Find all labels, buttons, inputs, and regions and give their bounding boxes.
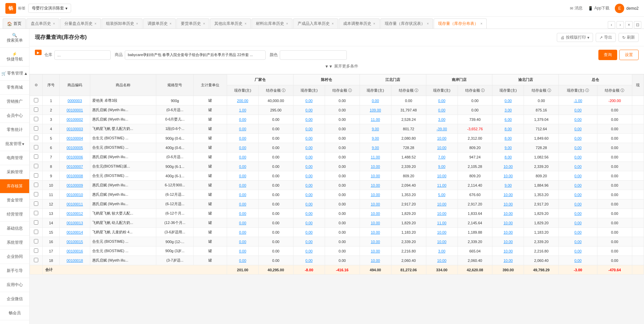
row-checkbox[interactable]	[30, 96, 43, 105]
sidebar-item-collab[interactable]: 企业协同	[0, 250, 29, 264]
chenma-stock-link[interactable]: 0.00	[306, 240, 313, 244]
total-stock-link[interactable]: -1.00	[574, 99, 582, 103]
close-icon[interactable]: ×	[373, 22, 375, 26]
jiangbei-stock-link[interactable]: 0.00	[372, 99, 379, 103]
row-checkbox[interactable]	[30, 152, 43, 162]
product-code-link[interactable]: 00100008	[66, 174, 83, 178]
yuibei-stock-link[interactable]: 8.00	[504, 127, 512, 131]
row-select[interactable]	[34, 117, 38, 121]
total-stock-link[interactable]: 0.00	[574, 165, 581, 169]
row-checkbox[interactable]	[30, 143, 43, 152]
factory-stock-link[interactable]: 0.00	[239, 118, 246, 122]
row-select[interactable]	[34, 136, 38, 140]
chenma-stock-link[interactable]: 0.00	[306, 230, 313, 234]
chenma-stock-link[interactable]: 0.00	[306, 249, 313, 253]
row-checkbox[interactable]	[30, 162, 43, 171]
row-checkbox[interactable]	[30, 181, 43, 190]
close-icon[interactable]: ×	[95, 22, 97, 26]
sidebar-item-wholesale[interactable]: 批发管理 ▾	[0, 137, 29, 151]
sidebar-item-search[interactable]: 🔍 搜索英单	[0, 29, 29, 48]
nanan-stock-link[interactable]: 3.00	[438, 118, 445, 122]
total-stock-link[interactable]: 0.00	[574, 221, 581, 225]
factory-stock-link[interactable]: 0.00	[239, 127, 246, 131]
close-icon[interactable]: ×	[427, 22, 429, 26]
row-select[interactable]	[34, 211, 38, 215]
chenma-stock-link[interactable]: 0.00	[306, 183, 313, 187]
yuibei-stock-link[interactable]: 10.00	[503, 202, 513, 206]
total-stock-link[interactable]: 0.00	[574, 249, 581, 253]
yuibei-stock-link[interactable]: 9.00	[504, 183, 512, 187]
sidebar-item-finance[interactable]: 资金管理	[0, 193, 29, 207]
row-select[interactable]	[34, 164, 38, 168]
nanan-stock-link[interactable]: 10.00	[437, 174, 446, 178]
query-button[interactable]: 查询	[598, 50, 617, 60]
chenma-stock-link[interactable]: 0.00	[306, 99, 313, 103]
chenma-stock-link[interactable]: 0.00	[306, 127, 313, 131]
factory-stock-link[interactable]: 0.00	[239, 174, 246, 178]
jiangbei-stock-link[interactable]: 109.00	[370, 108, 381, 112]
product-code-link[interactable]: 00100011	[66, 202, 83, 206]
yuibei-stock-link[interactable]: 10.00	[503, 230, 513, 234]
factory-stock-link[interactable]: 0.00	[239, 183, 246, 187]
sidebar-item-vip[interactable]: 畅会员	[0, 306, 29, 320]
row-select[interactable]	[34, 248, 38, 253]
refresh-button[interactable]: ↻ 刷新	[619, 33, 639, 42]
row-select[interactable]	[34, 126, 38, 131]
product-code-link[interactable]: 00100013	[66, 221, 83, 225]
total-stock-link[interactable]: 0.00	[574, 118, 581, 122]
filter-collapse-button[interactable]: ▶	[35, 50, 42, 55]
jiangbei-stock-link[interactable]: 10.00	[371, 202, 380, 206]
jiangbei-stock-link[interactable]: 10.00	[371, 193, 380, 197]
sidebar-item-basic-info[interactable]: 基础信息	[0, 222, 29, 236]
nanan-stock-link[interactable]: 10.00	[437, 202, 446, 206]
product-code-link[interactable]: 00100003	[66, 127, 83, 131]
yuibei-stock-link[interactable]: 10.00	[503, 240, 513, 244]
yuibei-stock-link[interactable]: 10.00	[503, 193, 513, 197]
factory-stock-link[interactable]: 200.00	[237, 99, 249, 103]
setting-button[interactable]: 设置	[619, 50, 639, 60]
row-checkbox[interactable]	[30, 237, 43, 246]
row-checkbox[interactable]	[30, 105, 43, 115]
sidebar-item-system[interactable]: 系统管理	[0, 236, 29, 250]
row-checkbox[interactable]	[30, 199, 43, 209]
sidebar-item-retail-mall[interactable]: 零售商城	[0, 81, 29, 95]
nanan-stock-link[interactable]: 7.00	[438, 155, 445, 159]
product-code-link[interactable]: 00100010	[66, 193, 83, 197]
total-stock-link[interactable]: 0.00	[574, 108, 581, 112]
product-code-link[interactable]: 00100014	[66, 230, 83, 234]
total-stock-link[interactable]: 0.00	[574, 259, 581, 263]
total-stock-link[interactable]: 0.00	[574, 146, 581, 150]
close-icon[interactable]: ×	[480, 22, 482, 26]
sidebar-item-nav[interactable]: ⚡ 快捷导航	[0, 48, 29, 66]
factory-stock-link[interactable]: 0.00	[239, 155, 246, 159]
jiangbei-stock-link[interactable]: 11.00	[371, 118, 380, 122]
tab-next-button[interactable]: ›	[616, 21, 624, 29]
total-stock-link[interactable]: 0.00	[574, 127, 581, 131]
close-icon[interactable]: ×	[170, 22, 172, 26]
sidebar-item-app-center[interactable]: 应用中心	[0, 278, 29, 292]
jiangbei-stock-link[interactable]: 10.00	[371, 212, 380, 216]
row-checkbox[interactable]	[30, 171, 43, 181]
factory-stock-link[interactable]: 0.00	[239, 136, 246, 140]
product-code-link[interactable]: 00100001	[66, 108, 83, 112]
settings-icon[interactable]: ⚙	[35, 83, 38, 87]
product-code-link[interactable]: 00100004	[66, 136, 83, 140]
factory-stock-link[interactable]: 0.00	[239, 230, 246, 234]
nanan-stock-link[interactable]: 10.00	[437, 230, 446, 234]
row-checkbox[interactable]	[30, 256, 43, 265]
product-code-link[interactable]: 00100009	[66, 183, 83, 187]
nanan-stock-link[interactable]: 5.00	[438, 193, 445, 197]
total-stock-link[interactable]: 0.00	[574, 174, 581, 178]
tab-stock-status[interactable]: 现存量（库存状况表） ×	[380, 18, 433, 29]
warehouse-input[interactable]	[54, 50, 111, 60]
tab-order[interactable]: 要货单历史 ×	[176, 18, 209, 29]
jiangbei-stock-link[interactable]: 9.00	[372, 136, 379, 140]
product-code-link[interactable]: 00100005	[66, 146, 83, 150]
print-button[interactable]: 🖨 按模版打印 ▾	[557, 33, 593, 42]
tab-other-out[interactable]: 其他出库单历史 ×	[210, 18, 251, 29]
yuibei-stock-link[interactable]: 10.00	[503, 212, 513, 216]
close-icon[interactable]: ×	[136, 22, 138, 26]
nanan-stock-link[interactable]: 9.00	[438, 165, 445, 169]
chenma-stock-link[interactable]: 0.00	[306, 155, 313, 159]
sidebar-item-operations[interactable]: 经营管理	[0, 207, 29, 222]
